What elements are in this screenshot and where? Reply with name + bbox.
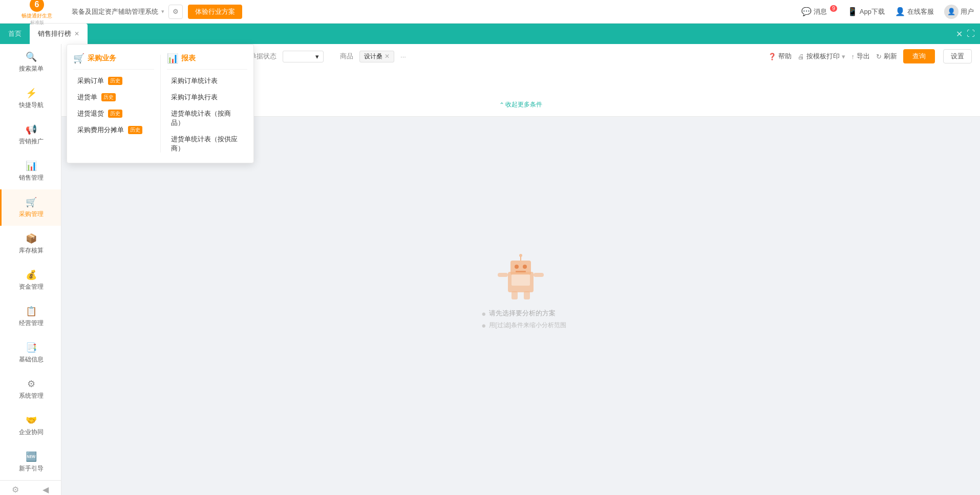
collapse-label: 收起更多条件 <box>505 100 542 109</box>
export-label: 导出 <box>857 52 870 61</box>
svg-rect-7 <box>512 291 518 299</box>
service-icon: 👤 <box>895 7 905 16</box>
purchase-return-label: 进货退货 <box>77 109 104 118</box>
help-icon: ❓ <box>768 53 776 60</box>
dropdown-item-receipt-stat-supplier[interactable]: 进货单统计表（按供应商） <box>167 131 248 157</box>
bill-status-select[interactable]: ▾ <box>283 51 324 62</box>
sidebar-guide-label: 新手引导 <box>19 464 44 473</box>
report-col-icon: 📊 <box>167 53 178 64</box>
dropdown-item-purchase-expense[interactable]: 采购费用分摊单 历史 <box>73 122 154 138</box>
message-icon: 💬 <box>801 7 812 16</box>
sidebar-item-basic-info[interactable]: 📑 基础信息 <box>0 335 61 371</box>
refresh-icon: ↻ <box>876 53 882 60</box>
sidebar-item-enterprise[interactable]: 🤝 企业协同 <box>0 407 61 444</box>
inventory-icon: 📦 <box>26 233 37 244</box>
export-icon: ↑ <box>851 53 855 60</box>
dropdown-purchase-col: 🛒 采购业务 采购订单 历史 进货单 历史 进货退货 历史 采购费用分摊单 历史 <box>67 51 160 157</box>
logo-icon: 6 <box>30 0 44 12</box>
purchase-order-label: 采购订单 <box>77 76 104 85</box>
purchase-order-history-badge: 历史 <box>108 77 122 85</box>
dropdown-item-purchase-receipt[interactable]: 进货单 历史 <box>73 89 154 105</box>
guide-icon: 🆕 <box>26 451 37 462</box>
sidebar-item-sales[interactable]: 📊 销售管理 <box>0 153 61 189</box>
sidebar-item-inventory[interactable]: 📦 库存核算 <box>0 226 61 262</box>
system-name-chevron[interactable]: ▾ <box>161 8 164 15</box>
print-label: 按模板打印 <box>806 52 840 61</box>
purchase-return-history-badge: 历史 <box>108 110 122 118</box>
dropdown-item-receipt-stat-goods[interactable]: 进货单统计表（按商品） <box>167 105 248 131</box>
tab-home[interactable]: 首页 <box>0 24 30 44</box>
collapse-btn[interactable]: ⌃ 收起更多条件 <box>499 100 542 109</box>
tab-sales-rank[interactable]: 销售排行榜 ✕ <box>30 24 88 44</box>
sidebar-item-guide[interactable]: 🆕 新手引导 <box>0 444 61 480</box>
sidebar-sales-label: 销售管理 <box>19 174 44 182</box>
logo-text: 畅捷通好生意 <box>22 12 52 19</box>
export-btn[interactable]: ↑ 导出 <box>851 52 870 61</box>
tab-close-btn[interactable]: ✕ <box>74 30 79 37</box>
print-btn[interactable]: 🖨 按模板打印 ▾ <box>798 52 845 61</box>
operation-icon: 📋 <box>26 306 37 317</box>
industry-btn[interactable]: 体验行业方案 <box>188 5 242 19</box>
online-service-btn[interactable]: 👤 在线客服 <box>895 7 934 16</box>
receipt-stat-goods-label: 进货单统计表（按商品） <box>171 109 244 127</box>
goods-more-btn[interactable]: ··· <box>400 53 406 60</box>
enterprise-icon: 🤝 <box>26 415 37 426</box>
svg-rect-9 <box>512 274 530 286</box>
goods-label: 商品 <box>340 52 353 61</box>
header-right: 💬 消息 9 📱 App下载 👤 在线客服 👤 用户 <box>801 5 974 19</box>
print-icon: 🖨 <box>798 53 804 60</box>
sidebar-item-search[interactable]: 🔍 搜索菜单 <box>0 44 61 80</box>
empty-state: ● 请先选择要分析的方案 ● 用[过滤]条件来缩小分析范围 <box>61 117 980 495</box>
capital-icon: 💰 <box>26 269 37 281</box>
user-btn[interactable]: 👤 用户 <box>944 5 974 19</box>
logo-area: 6 畅捷通好生意 标准版 <box>6 0 68 26</box>
dropdown-item-order-exec[interactable]: 采购订单执行表 <box>167 89 248 105</box>
dropdown-item-purchase-order[interactable]: 采购订单 历史 <box>73 73 154 89</box>
purchase-receipt-history-badge: 历史 <box>101 93 116 101</box>
sidebar-item-operation[interactable]: 📋 经营管理 <box>0 298 61 335</box>
sidebar: 🔍 搜索菜单 ⚡ 快捷导航 📢 营销推广 📊 销售管理 🛒 采购管理 📦 库存核… <box>0 44 61 495</box>
sidebar-enterprise-label: 企业协同 <box>19 428 44 437</box>
purchase-receipt-label: 进货单 <box>77 93 97 102</box>
svg-rect-6 <box>534 273 544 277</box>
help-btn[interactable]: ❓ 帮助 <box>768 52 792 61</box>
purchase-expense-label: 采购费用分摊单 <box>77 125 124 135</box>
svg-rect-4 <box>516 271 526 272</box>
dropdown-item-order-stat[interactable]: 采购订单统计表 <box>167 73 248 89</box>
close-window-btn[interactable]: ✕ <box>956 29 963 39</box>
query-btn[interactable]: 查询 <box>903 49 935 63</box>
sidebar-item-marketing[interactable]: 📢 营销推广 <box>0 117 61 153</box>
order-exec-label: 采购订单执行表 <box>171 93 218 102</box>
goods-tag: 设计桑 ✕ <box>359 51 394 62</box>
maximize-btn[interactable]: ⛶ <box>967 29 975 38</box>
empty-tip-1-text: 请先选择要分析的方案 <box>489 309 556 318</box>
basicinfo-icon: 📑 <box>26 342 37 353</box>
top-header: 6 畅捷通好生意 标准版 装备及固定资产辅助管理系统 ▾ ⚙ 体验行业方案 💬 … <box>0 0 980 24</box>
avatar: 👤 <box>944 5 958 19</box>
settings-btn[interactable]: ⚙ <box>168 5 183 19</box>
set-btn[interactable]: 设置 <box>943 49 972 63</box>
sidebar-item-purchase[interactable]: 🛒 采购管理 <box>0 189 61 226</box>
refresh-btn[interactable]: ↻ 刷新 <box>876 52 897 61</box>
chevron-down-icon: ▾ <box>315 53 319 60</box>
sales-icon: 📊 <box>26 160 37 171</box>
sidebar-collapse-btn[interactable]: ◀ <box>31 485 61 494</box>
dropdown-item-purchase-return[interactable]: 进货退货 历史 <box>73 105 154 122</box>
sidebar-settings-btn[interactable]: ⚙ <box>0 485 31 494</box>
user-label: 用户 <box>961 7 974 16</box>
message-btn[interactable]: 💬 消息 9 <box>801 7 837 16</box>
collapse-arrow-icon: ⌃ <box>499 101 504 109</box>
sidebar-system-label: 系统管理 <box>19 392 44 400</box>
sidebar-item-capital[interactable]: 💰 资金管理 <box>0 262 61 298</box>
app-download-btn[interactable]: 📱 App下载 <box>847 7 885 16</box>
purchase-dropdown: 🛒 采购业务 采购订单 历史 进货单 历史 进货退货 历史 采购费用分摊单 历史… <box>67 44 254 163</box>
svg-point-2 <box>515 265 519 269</box>
bullet-icon-2: ● <box>481 321 486 330</box>
message-label: 消息 <box>814 7 827 16</box>
sidebar-item-quick-nav[interactable]: ⚡ 快捷导航 <box>0 80 61 117</box>
message-badge: 9 <box>830 5 837 12</box>
goods-tag-remove[interactable]: ✕ <box>385 53 390 60</box>
sidebar-item-system[interactable]: ⚙ 系统管理 <box>0 371 61 407</box>
report-col-title-text: 报表 <box>181 54 196 63</box>
system-icon: ⚙ <box>27 378 35 390</box>
